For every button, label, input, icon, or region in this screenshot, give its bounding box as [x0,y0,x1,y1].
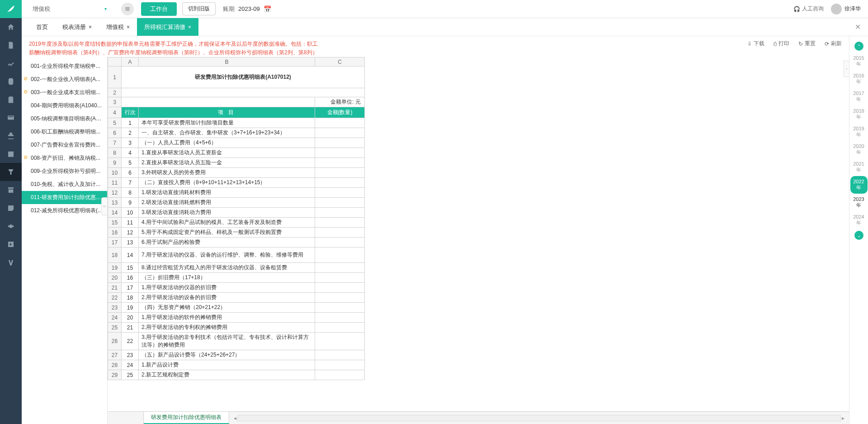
year-button[interactable]: 2020年 [850,141,868,158]
refresh-button[interactable]: ⟳刷新 [825,40,842,48]
amount-cell[interactable] [315,283,365,293]
year-button[interactable]: 2019年 [850,123,868,141]
amount-cell[interactable] [315,228,365,238]
year-button[interactable]: 2015年 [850,52,868,70]
amount-cell[interactable] [315,303,365,313]
item-cell[interactable]: 7.用于研发活动的仪器、设备的运行维护、调整、检验、维修等费用 [139,248,315,263]
amount-cell[interactable] [315,138,365,148]
item-cell[interactable]: 3.用于研发活动的非专利技术（包括许可证、专有技术、设计和计算方法等）的摊销费用 [139,333,315,350]
item-cell[interactable]: 3.外聘研发人员的劳务费用 [139,168,315,178]
year-button[interactable]: 2017年 [850,88,868,105]
download-button[interactable]: ⇩下载 [747,40,764,48]
tab-close-icon[interactable]: × [127,24,130,30]
tax-type-dropdown[interactable]: 增值税 ▾ [29,3,110,15]
support-link[interactable]: 🎧 人工咨询 [793,5,824,13]
form-list-item[interactable]: 008-资产折旧、摊销及纳税... [22,152,107,165]
item-cell[interactable]: 5.用于不构成固定资产的样品、样机及一般测试手段购置费 [139,228,315,238]
item-cell[interactable]: 2.直接从事研发活动人员五险一金 [139,158,315,168]
item-cell[interactable]: 一、自主研发、合作研发、集中研发（3+7+16+19+23+34） [139,128,315,138]
nav-home-icon[interactable] [0,18,22,36]
item-cell[interactable]: 1.直接从事研发活动人员工资薪金 [139,148,315,158]
form-list-item[interactable]: 004-期间费用明细表(A1040... [22,99,107,112]
nav-play-icon[interactable] [0,235,22,253]
nav-settings-icon[interactable] [0,217,22,235]
nav-chart-icon[interactable] [0,54,22,72]
amount-cell[interactable] [315,360,365,370]
tab-首页[interactable]: 首页 [29,18,55,36]
item-cell[interactable]: （一）人员人工费用（4+5+6） [139,138,315,148]
item-cell[interactable]: 1.用于研发活动的软件的摊销费用 [139,313,315,323]
nav-doc-icon[interactable] [0,36,22,54]
item-cell[interactable]: 1.研发活动直接消耗材料费用 [139,188,315,198]
amount-cell[interactable] [315,218,365,228]
year-up-button[interactable]: ⌃ [854,42,863,51]
amount-cell[interactable] [315,198,365,208]
amount-cell[interactable] [315,158,365,168]
logo[interactable] [0,0,22,18]
nav-card-icon[interactable] [0,109,22,127]
item-cell[interactable]: 4.用于中间试验和产品试制的模具、工艺装备开发及制造费 [139,218,315,228]
amount-cell[interactable] [315,333,365,350]
item-cell[interactable]: （五）新产品设计费等（24+25+26+27） [139,350,315,360]
item-cell[interactable]: 1.新产品设计费 [139,360,315,370]
item-cell[interactable]: 8.通过经营租赁方式租入的用于研发活动的仪器、设备租赁费 [139,263,315,273]
item-cell[interactable]: 本年可享受研发费用加计扣除项目数量 [139,118,315,128]
form-list-item[interactable]: 012-减免所得税优惠明细表(... [22,204,107,217]
year-button[interactable]: 2022年 [850,176,868,194]
amount-cell[interactable] [315,168,365,178]
form-list-item[interactable]: 003-一般企业成本支出明细... [22,86,107,99]
col-header[interactable]: A [122,57,139,67]
year-down-button[interactable]: ⌄ [854,231,863,240]
nav-v-icon[interactable] [0,253,22,272]
form-list-item[interactable]: 011-研发费用加计扣除优惠... [22,191,107,204]
item-cell[interactable]: 3.研发活动直接消耗动力费用 [139,208,315,218]
nav-archive-icon[interactable] [0,181,22,199]
nav-stamp-icon[interactable] [0,127,22,145]
item-cell[interactable]: 6.用于试制产品的检验费 [139,238,315,248]
form-list-item[interactable]: 009-企业所得税弥补亏损明... [22,165,107,178]
amount-cell[interactable] [315,350,365,360]
amount-cell[interactable] [315,148,365,158]
tab-close-icon[interactable]: × [188,24,191,30]
year-button[interactable]: 2023年 [850,194,868,211]
year-button[interactable]: 2024年 [850,211,868,229]
spreadsheet-grid[interactable]: ABC1研发费用加计扣除优惠明细表(A107012)23金额单位: 元4行次项 … [108,57,365,380]
amount-cell[interactable] [315,273,365,283]
year-button[interactable]: 2018年 [850,105,868,123]
col-header[interactable]: C [315,57,365,67]
nav-inbox-icon[interactable] [0,199,22,217]
print-button[interactable]: ⎙打印 [774,40,789,48]
tab-所得税汇算清缴[interactable]: 所得税汇算清缴× [137,18,198,36]
amount-cell[interactable] [315,323,365,333]
amount-cell[interactable] [315,208,365,218]
amount-cell[interactable] [315,238,365,248]
nav-clipboard-icon[interactable] [0,91,22,109]
item-cell[interactable]: 2.新工艺规程制定费 [139,370,315,380]
form-list-item[interactable]: 001-企业所得税年度纳税申... [22,60,107,73]
nav-money-icon[interactable] [0,72,22,91]
amount-cell[interactable] [315,128,365,138]
collapse-panel-handle[interactable]: ‹‹ [101,197,108,215]
amount-cell[interactable] [315,178,365,188]
year-button[interactable]: 2021年 [850,158,868,176]
year-button[interactable]: 2016年 [850,70,868,88]
form-list-item[interactable]: 005-纳税调整项目明细表(A1... [22,112,107,125]
amount-cell[interactable] [315,263,365,273]
amount-cell[interactable] [315,313,365,323]
amount-cell[interactable] [315,248,365,263]
item-cell[interactable]: （三）折旧费用（17+18） [139,273,315,283]
item-cell[interactable]: 2.用于研发活动的专利权的摊销费用 [139,323,315,333]
sheet-tab[interactable]: 研发费用加计扣除优惠明细表 [144,412,229,424]
form-list-item[interactable]: 002-一般企业收入明细表(A... [22,73,107,86]
item-cell[interactable]: 1.用于研发活动的仪器的折旧费 [139,283,315,293]
amount-cell[interactable] [315,118,365,128]
item-cell[interactable]: （四）无形资产摊销（20+21+22） [139,303,315,313]
list-icon-button[interactable] [121,3,134,15]
horizontal-scrollbar[interactable] [237,415,841,421]
tab-税表清册[interactable]: 税表清册× [55,18,99,36]
item-cell[interactable]: （二）直接投入费用（8+9+10+11+12+13+14+15） [139,178,315,188]
item-cell[interactable]: 2.研发活动直接消耗燃料费用 [139,198,315,208]
user-menu[interactable]: 徐泽华 [831,4,861,14]
reset-button[interactable]: ↻重置 [798,40,816,48]
form-list-item[interactable]: 010-免税、减计收入及加计... [22,178,107,191]
